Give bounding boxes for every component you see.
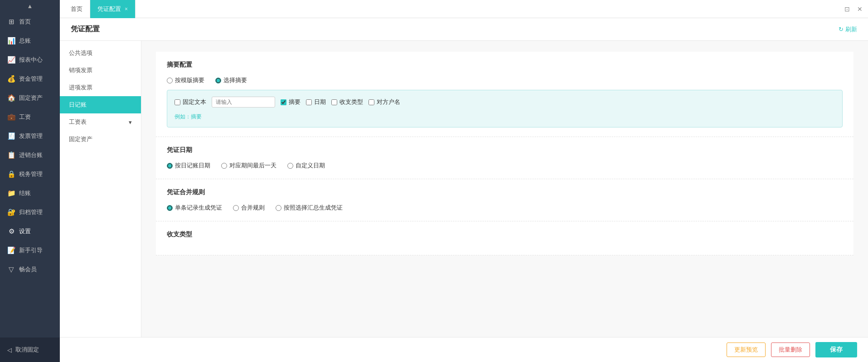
last-day-radio[interactable] xyxy=(221,163,227,169)
single-record-option[interactable]: 单条记录生成凭证 xyxy=(167,204,222,212)
voucher-merge-section: 凭证合并规则 单条记录生成凭证 合并规则 按照选择汇总生成凭证 xyxy=(156,179,853,221)
date-option[interactable]: 日期 xyxy=(306,98,326,106)
date-checkbox[interactable] xyxy=(306,99,312,105)
left-nav-sales-invoice[interactable]: 销项发票 xyxy=(60,62,141,79)
sidebar-label-ledger: 总账 xyxy=(19,37,31,45)
fixed-text-input[interactable] xyxy=(212,97,275,108)
left-nav-payroll-table[interactable]: 工资表▾ xyxy=(60,113,141,131)
left-nav-public-options[interactable]: 公共选项 xyxy=(60,44,141,62)
pin-icon: ◁ xyxy=(7,347,12,353)
by-journal-date-option[interactable]: 按日记账日期 xyxy=(167,161,210,170)
sidebar-item-reports[interactable]: 📈报表中心 xyxy=(0,50,60,69)
counterpart-checkbox[interactable] xyxy=(369,99,374,105)
update-preview-button[interactable]: 更新预览 xyxy=(727,342,766,357)
sidebar-label-tax: 税务管理 xyxy=(19,170,43,178)
window-close-btn[interactable]: ✕ xyxy=(855,5,864,14)
last-day-option[interactable]: 对应期间最后一天 xyxy=(221,161,276,170)
sidebar-icon-funds: 💰 xyxy=(7,75,15,83)
sidebar-icon-payroll: 💼 xyxy=(7,113,15,121)
sidebar-item-invoice-mgmt[interactable]: 🧾发票管理 xyxy=(0,127,60,146)
left-nav-label-sales-invoice: 销项发票 xyxy=(69,66,92,74)
left-nav-purchase-invoice[interactable]: 进项发票 xyxy=(60,79,141,96)
sidebar-item-member[interactable]: ▽畅会员 xyxy=(0,260,60,279)
batch-delete-button[interactable]: 批量删除 xyxy=(771,342,810,357)
single-record-radio[interactable] xyxy=(167,205,173,211)
abstract-checkbox[interactable] xyxy=(281,99,286,105)
fixed-text-option[interactable]: 固定文本 xyxy=(175,98,206,106)
sidebar-item-funds[interactable]: 💰资金管理 xyxy=(0,69,60,88)
page-header: 凭证配置 ↻ 刷新 xyxy=(60,18,868,41)
sidebar-item-archive[interactable]: 🔐归档管理 xyxy=(0,203,60,222)
template-summary-option[interactable]: 按模版摘要 xyxy=(167,76,204,84)
sidebar-label-guide: 新手引导 xyxy=(19,246,43,254)
income-type-option[interactable]: 收支类型 xyxy=(331,98,363,106)
tab-home-tab[interactable]: 首页 xyxy=(63,0,90,18)
by-selection-radio[interactable] xyxy=(276,205,281,211)
select-summary-radio[interactable] xyxy=(215,78,221,83)
left-nav-label-fixed-assets: 固定资产 xyxy=(69,135,92,143)
fixed-text-checkbox[interactable] xyxy=(175,99,180,105)
left-nav-label-journal: 日记账 xyxy=(69,101,87,109)
sidebar-icon-home: ⊞ xyxy=(7,18,15,26)
by-selection-option[interactable]: 按照选择汇总生成凭证 xyxy=(276,204,343,212)
tab-close-voucher-config-tab[interactable]: × xyxy=(125,6,128,12)
template-summary-radio[interactable] xyxy=(167,78,173,83)
sidebar-label-purchase-sales: 进销台账 xyxy=(19,151,43,159)
merge-rules-radio[interactable] xyxy=(233,205,239,211)
sidebar-icon-member: ▽ xyxy=(7,265,15,274)
custom-date-option[interactable]: 自定义日期 xyxy=(287,161,325,170)
tab-voucher-config-tab[interactable]: 凭证配置× xyxy=(90,0,136,18)
income-type-section-title: 收支类型 xyxy=(167,230,843,239)
sidebar-item-assets[interactable]: 🏠固定资产 xyxy=(0,88,60,108)
sidebar-cancel-pin[interactable]: ◁ 取消固定 xyxy=(0,342,60,357)
sidebar-scroll-up[interactable]: ▲ xyxy=(0,0,60,12)
sidebar-item-tax[interactable]: 🔒税务管理 xyxy=(0,165,60,184)
voucher-merge-radio-group: 单条记录生成凭证 合并规则 按照选择汇总生成凭证 xyxy=(167,204,843,212)
window-restore-btn[interactable]: ⊡ xyxy=(843,5,852,14)
merge-rules-option[interactable]: 合并规则 xyxy=(233,204,265,212)
counterpart-option[interactable]: 对方户名 xyxy=(369,98,400,106)
sidebar-item-guide[interactable]: 📝新手引导 xyxy=(0,241,60,260)
summary-checkbox-row: 固定文本 摘要 日期 xyxy=(175,97,835,108)
sidebar-item-ledger[interactable]: 📊总账 xyxy=(0,31,60,50)
cancel-pin-label: 取消固定 xyxy=(15,346,39,354)
sidebar-icon-purchase-sales: 📋 xyxy=(7,151,15,159)
sidebar-item-payroll[interactable]: 💼工资 xyxy=(0,108,60,127)
left-nav-label-public-options: 公共选项 xyxy=(69,49,92,57)
left-nav-label-payroll-table: 工资表 xyxy=(69,118,87,126)
summary-config-box: 固定文本 摘要 日期 xyxy=(167,90,843,127)
sidebar-label-close: 结账 xyxy=(19,189,31,197)
save-button[interactable]: 保存 xyxy=(815,342,857,357)
sidebar-item-home[interactable]: ⊞首页 xyxy=(0,12,60,31)
sidebar-item-close[interactable]: 📁结账 xyxy=(0,184,60,203)
select-summary-option[interactable]: 选择摘要 xyxy=(215,76,247,84)
by-journal-date-label: 按日记账日期 xyxy=(175,161,210,170)
sidebar-label-reports: 报表中心 xyxy=(19,56,43,64)
sidebar-item-settings[interactable]: ⚙设置 xyxy=(0,222,60,241)
abstract-option[interactable]: 摘要 xyxy=(281,98,301,106)
sidebar-icon-guide: 📝 xyxy=(7,246,15,254)
summary-config-title: 摘要配置 xyxy=(167,61,843,69)
sidebar-label-archive: 归档管理 xyxy=(19,208,43,216)
custom-date-radio[interactable] xyxy=(287,163,293,169)
sidebar-label-home: 首页 xyxy=(19,18,31,26)
sidebar-item-purchase-sales[interactable]: 📋进销台账 xyxy=(0,146,60,165)
refresh-button[interactable]: ↻ 刷新 xyxy=(839,25,857,34)
fixed-text-label: 固定文本 xyxy=(183,98,206,106)
page-content: 凭证配置 ↻ 刷新 公共选项销项发票进项发票日记账工资表▾固定资产 摘要配置 按… xyxy=(60,18,868,362)
by-journal-date-radio[interactable] xyxy=(167,163,173,169)
income-type-label: 收支类型 xyxy=(339,98,363,106)
sidebar-label-settings: 设置 xyxy=(19,227,31,235)
sidebar-icon-tax: 🔒 xyxy=(7,170,15,178)
left-nav-journal[interactable]: 日记账 xyxy=(60,96,141,113)
income-type-checkbox[interactable] xyxy=(331,99,337,105)
tab-window-actions: ⊡ ✕ xyxy=(843,5,864,14)
example-text: 例如：摘要 xyxy=(175,113,835,121)
sidebar-icon-archive: 🔐 xyxy=(7,208,15,216)
voucher-date-radio-group: 按日记账日期 对应期间最后一天 自定义日期 xyxy=(167,161,843,170)
voucher-date-section: 凭证日期 按日记账日期 对应期间最后一天 自定义日期 xyxy=(156,137,853,179)
template-summary-label: 按模版摘要 xyxy=(175,76,204,84)
single-record-label: 单条记录生成凭证 xyxy=(175,204,222,212)
sidebar-icon-reports: 📈 xyxy=(7,56,15,64)
left-nav-fixed-assets[interactable]: 固定资产 xyxy=(60,131,141,148)
